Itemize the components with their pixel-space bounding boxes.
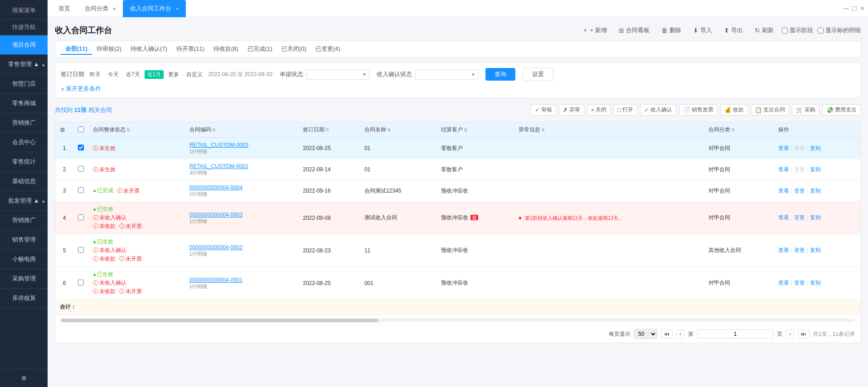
select-all-checkbox[interactable]	[78, 126, 84, 132]
scrollbar-thumb[interactable]	[61, 319, 378, 322]
yesterday-btn[interactable]: 昨天	[87, 70, 103, 79]
code-link[interactable]: RETAIL_CUSTOM-0001	[189, 163, 248, 169]
view-link[interactable]: 查看	[778, 145, 789, 152]
per-page-select[interactable]: 50 20 100	[634, 329, 657, 339]
filter-tab-pending-invoice[interactable]: 待开票(11)	[172, 44, 209, 55]
horizontal-scrollbar[interactable]	[55, 315, 860, 325]
doc-status-select[interactable]	[306, 69, 369, 80]
page-number-input[interactable]	[697, 329, 773, 339]
income-confirm-select[interactable]	[415, 69, 478, 80]
view-link[interactable]: 查看	[778, 279, 789, 287]
code-link[interactable]: 0000000000004-0004	[189, 184, 242, 191]
custom-btn[interactable]: 自定义	[184, 70, 205, 79]
review-btn[interactable]: ✓审核	[531, 104, 556, 116]
filter-tab-pending-review[interactable]: 待审核(2)	[92, 44, 126, 55]
open-btn[interactable]: □打开	[613, 104, 637, 116]
minimize-icon[interactable]: ─	[844, 5, 849, 13]
row-checkbox[interactable]	[78, 280, 84, 285]
kanban-button[interactable]: ⊞ 合同看板	[615, 24, 653, 36]
sidebar-item-retail-management[interactable]: 零售管理 ▲	[0, 55, 48, 74]
tab-contract-category[interactable]: 合同分类 ×	[78, 0, 123, 17]
close-tab-income-contract[interactable]: ×	[176, 6, 179, 11]
change-link[interactable]: 变更	[794, 166, 805, 174]
settings-icon[interactable]: ⚙	[60, 126, 65, 133]
code-link[interactable]: 0000000000004-0003	[189, 212, 242, 218]
last-page-btn[interactable]: ⏭	[798, 329, 810, 339]
sales-invoice-btn[interactable]: 📄销售发票	[679, 104, 718, 116]
new-button[interactable]: ＋ + 新增	[578, 24, 611, 36]
row-checkbox[interactable]	[78, 166, 84, 172]
copy-link[interactable]: 复制	[810, 145, 821, 152]
sidebar-item-retail-mall[interactable]: 零售商城	[0, 94, 48, 113]
show-details-checkbox[interactable]: 显示标的明细	[818, 26, 861, 34]
show-stages-input[interactable]	[782, 28, 788, 34]
row-checkbox[interactable]	[78, 187, 84, 193]
copy-link[interactable]: 复制	[810, 166, 821, 174]
sidebar-item-marketing-promo[interactable]: 营销推广	[0, 113, 48, 133]
row-checkbox[interactable]	[78, 145, 84, 150]
today-btn[interactable]: 今天	[105, 70, 121, 79]
income-confirm-btn[interactable]: ✓收入确认	[640, 104, 676, 116]
copy-link[interactable]: 复制	[810, 214, 821, 222]
change-link[interactable]: 变更	[794, 214, 805, 222]
change-link[interactable]: 变更	[794, 247, 805, 254]
prev-page-btn[interactable]: ‹	[676, 329, 684, 339]
sidebar-item-member-center[interactable]: 会员中心	[0, 133, 48, 152]
import-button[interactable]: ⬇ 导入	[689, 24, 716, 36]
change-link[interactable]: 变更	[794, 187, 805, 195]
collect-payment-btn[interactable]: 💰收款	[720, 104, 748, 116]
filter-tab-all[interactable]: 全部(11)	[61, 44, 92, 55]
next-page-btn[interactable]: ›	[786, 329, 794, 339]
filter-tab-completed[interactable]: 已完成(1)	[243, 44, 277, 55]
copy-link[interactable]: 复制	[810, 187, 821, 195]
code-link[interactable]: RETAIL_CUSTOM-0003	[189, 142, 248, 148]
sidebar-item-purchase-management[interactable]: 采购管理	[0, 269, 48, 289]
filter-tab-closed[interactable]: 已关闭(0)	[277, 44, 311, 55]
sidebar-item-ecommerce[interactable]: 小畅电商	[0, 250, 48, 269]
expense-btn[interactable]: 💸费用支出	[822, 104, 861, 116]
filter-tab-changed[interactable]: 已变更(4)	[311, 44, 345, 55]
tab-income-contract-workbench[interactable]: 收入合同工作台 ×	[123, 0, 186, 17]
close-btn[interactable]: ×关闭	[587, 104, 611, 116]
change-link[interactable]: 变更	[794, 145, 805, 152]
sidebar-item-sales-management[interactable]: 销售管理	[0, 230, 48, 250]
sidebar-item-smart-store[interactable]: 智慧门店	[0, 74, 48, 94]
more-btn[interactable]: 更多	[165, 70, 182, 79]
query-button[interactable]: 查询	[485, 68, 515, 81]
filter-tab-pending-income-confirm[interactable]: 待收入确认(7)	[126, 44, 172, 55]
last1m-btn[interactable]: 近1月	[145, 70, 164, 79]
set-button[interactable]: 设置	[523, 68, 553, 81]
sidebar-item-marketing-promo2[interactable]: 营销推广	[0, 211, 48, 230]
copy-link[interactable]: 复制	[810, 279, 821, 287]
sidebar-search[interactable]: 搜索菜单	[0, 0, 48, 19]
show-stages-checkbox[interactable]: 显示阶段	[782, 26, 813, 34]
maximize-icon[interactable]: □	[852, 5, 857, 13]
sidebar-item-project-contract[interactable]: 项目合同	[0, 35, 48, 55]
close-icon[interactable]: ×	[860, 5, 864, 13]
copy-link[interactable]: 复制	[810, 247, 821, 254]
row-checkbox[interactable]	[78, 247, 84, 253]
abandon-review-btn[interactable]: ✗弃审	[559, 104, 584, 116]
last7-btn[interactable]: 近7天	[123, 70, 143, 79]
first-page-btn[interactable]: ⏮	[661, 329, 673, 339]
show-details-input[interactable]	[818, 28, 824, 34]
sidebar-item-wholesale-management[interactable]: 批发管理 ▲	[0, 191, 48, 211]
change-link[interactable]: 变更	[794, 279, 805, 287]
view-link[interactable]: 查看	[778, 214, 789, 222]
expense-contract-btn[interactable]: 📋支出合同	[751, 104, 789, 116]
delete-button[interactable]: 🗑 删除	[658, 24, 685, 36]
filter-tab-pending-payment[interactable]: 待收款(8)	[209, 44, 243, 55]
row-checkbox[interactable]	[78, 214, 84, 220]
sidebar-item-retail-stats[interactable]: 零售统计	[0, 152, 48, 172]
sidebar-item-basic-info[interactable]: 基础信息	[0, 172, 48, 191]
refresh-button[interactable]: ↻ 刷新	[751, 24, 777, 36]
view-link[interactable]: 查看	[778, 187, 789, 195]
sidebar-nav[interactable]: 快捷导航	[0, 19, 48, 35]
code-link[interactable]: 0000000000004-0002	[189, 244, 242, 251]
purchase-btn[interactable]: 🛒采购	[792, 104, 820, 116]
close-tab-contract-category[interactable]: ×	[113, 6, 116, 11]
tab-home[interactable]: 首页	[51, 0, 78, 17]
view-link[interactable]: 查看	[778, 166, 789, 174]
expand-conditions-btn[interactable]: ∨ 展开更多条件	[61, 85, 101, 93]
sidebar-item-inventory[interactable]: 库存核算	[0, 289, 48, 308]
